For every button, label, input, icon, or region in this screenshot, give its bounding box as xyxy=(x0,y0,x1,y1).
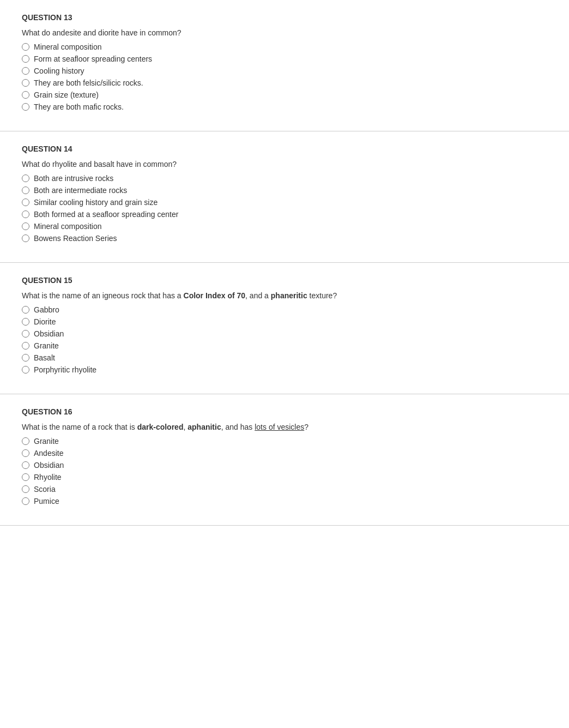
list-item: Both are intrusive rocks xyxy=(22,174,547,183)
list-item: Granite xyxy=(22,437,547,446)
q15-text-before: What is the name of an igneous rock that… xyxy=(22,291,184,300)
list-item: Both formed at a seafloor spreading cent… xyxy=(22,210,547,219)
option-label: Grain size (texture) xyxy=(34,91,99,99)
radio-q14-3[interactable] xyxy=(22,210,29,218)
radio-q13-2[interactable] xyxy=(22,67,29,75)
list-item: Grain size (texture) xyxy=(22,91,547,99)
list-item: Porphyritic rhyolite xyxy=(22,365,547,374)
list-item: Cooling history xyxy=(22,67,547,75)
radio-q16-1[interactable] xyxy=(22,449,29,457)
q15-mid: , and a xyxy=(245,291,271,300)
question-14-text: What do rhyolite and basalt have in comm… xyxy=(22,160,547,169)
option-label: Mineral composition xyxy=(34,43,102,51)
question-16-block: QUESTION 16 What is the name of a rock t… xyxy=(0,394,569,526)
list-item: Bowens Reaction Series xyxy=(22,234,547,243)
question-13-block: QUESTION 13 What do andesite and diorite… xyxy=(0,0,569,131)
radio-q15-1[interactable] xyxy=(22,318,29,326)
q15-bold2: phaneritic xyxy=(271,291,307,300)
option-label: Cooling history xyxy=(34,67,84,75)
radio-q14-1[interactable] xyxy=(22,186,29,194)
list-item: Scoria xyxy=(22,485,547,494)
radio-q16-5[interactable] xyxy=(22,497,29,505)
list-item: Both are intermediate rocks xyxy=(22,186,547,195)
option-label: Obsidian xyxy=(34,329,64,338)
q16-bold2: aphanitic xyxy=(187,423,221,431)
question-16-options: Granite Andesite Obsidian Rhyolite Scori… xyxy=(22,437,547,506)
option-label: Bowens Reaction Series xyxy=(34,234,117,243)
option-label: Pumice xyxy=(34,497,59,506)
radio-q13-4[interactable] xyxy=(22,91,29,99)
option-label: Form at seafloor spreading centers xyxy=(34,55,152,63)
radio-q14-5[interactable] xyxy=(22,234,29,242)
radio-q14-2[interactable] xyxy=(22,198,29,206)
option-label: Mineral composition xyxy=(34,222,102,231)
radio-q16-2[interactable] xyxy=(22,461,29,469)
option-label: Basalt xyxy=(34,353,55,362)
option-label: Granite xyxy=(34,437,59,446)
radio-q13-3[interactable] xyxy=(22,79,29,87)
list-item: Rhyolite xyxy=(22,473,547,482)
radio-q16-4[interactable] xyxy=(22,485,29,493)
question-13-number: QUESTION 13 xyxy=(22,13,547,22)
option-label: Andesite xyxy=(34,449,63,458)
radio-q16-3[interactable] xyxy=(22,473,29,481)
radio-q13-0[interactable] xyxy=(22,43,29,51)
option-label: Porphyritic rhyolite xyxy=(34,365,96,374)
question-14-number: QUESTION 14 xyxy=(22,145,547,153)
list-item: Mineral composition xyxy=(22,222,547,231)
radio-q14-4[interactable] xyxy=(22,222,29,230)
radio-q16-0[interactable] xyxy=(22,437,29,445)
question-14-block: QUESTION 14 What do rhyolite and basalt … xyxy=(0,131,569,263)
list-item: Form at seafloor spreading centers xyxy=(22,55,547,63)
option-label: Granite xyxy=(34,341,59,350)
list-item: They are both mafic rocks. xyxy=(22,103,547,111)
radio-q15-2[interactable] xyxy=(22,330,29,338)
option-label: They are both mafic rocks. xyxy=(34,103,124,111)
question-15-text: What is the name of an igneous rock that… xyxy=(22,291,547,300)
list-item: Pumice xyxy=(22,497,547,506)
q16-text-before: What is the name of a rock that is xyxy=(22,423,137,431)
q16-bold1: dark-colored xyxy=(137,423,184,431)
radio-q15-5[interactable] xyxy=(22,366,29,374)
option-label: Gabbro xyxy=(34,305,59,314)
option-label: Both are intrusive rocks xyxy=(34,174,113,183)
question-16-text: What is the name of a rock that is dark-… xyxy=(22,423,547,431)
option-label: Diorite xyxy=(34,317,56,326)
option-label: Obsidian xyxy=(34,461,64,470)
list-item: Andesite xyxy=(22,449,547,458)
q15-after: texture? xyxy=(307,291,337,300)
radio-q15-4[interactable] xyxy=(22,354,29,362)
question-16-number: QUESTION 16 xyxy=(22,407,547,416)
list-item: Granite xyxy=(22,341,547,350)
radio-q13-5[interactable] xyxy=(22,103,29,111)
q16-underline: lots of vesicles xyxy=(255,423,304,431)
option-label: Scoria xyxy=(34,485,56,494)
option-label: Both are intermediate rocks xyxy=(34,186,127,195)
option-label: Both formed at a seafloor spreading cent… xyxy=(34,210,178,219)
list-item: Mineral composition xyxy=(22,43,547,51)
radio-q15-0[interactable] xyxy=(22,306,29,314)
question-13-text: What do andesite and diorite have in com… xyxy=(22,28,547,37)
option-label: They are both felsic/silicic rocks. xyxy=(34,79,143,87)
radio-q13-1[interactable] xyxy=(22,55,29,63)
list-item: Basalt xyxy=(22,353,547,362)
question-15-number: QUESTION 15 xyxy=(22,276,547,285)
radio-q14-0[interactable] xyxy=(22,175,29,182)
list-item: They are both felsic/silicic rocks. xyxy=(22,79,547,87)
q15-bold1: Color Index of 70 xyxy=(184,291,246,300)
list-item: Similar cooling history and grain size xyxy=(22,198,547,207)
radio-q15-3[interactable] xyxy=(22,342,29,350)
list-item: Diorite xyxy=(22,317,547,326)
question-15-block: QUESTION 15 What is the name of an igneo… xyxy=(0,263,569,394)
q16-mid2: , and has xyxy=(221,423,255,431)
question-14-options: Both are intrusive rocks Both are interm… xyxy=(22,174,547,243)
list-item: Obsidian xyxy=(22,329,547,338)
option-label: Rhyolite xyxy=(34,473,62,482)
list-item: Gabbro xyxy=(22,305,547,314)
question-13-options: Mineral composition Form at seafloor spr… xyxy=(22,43,547,111)
option-label: Similar cooling history and grain size xyxy=(34,198,158,207)
q16-after: ? xyxy=(304,423,308,431)
list-item: Obsidian xyxy=(22,461,547,470)
question-15-options: Gabbro Diorite Obsidian Granite Basalt P… xyxy=(22,305,547,374)
questions-container: QUESTION 13 What do andesite and diorite… xyxy=(0,0,569,526)
